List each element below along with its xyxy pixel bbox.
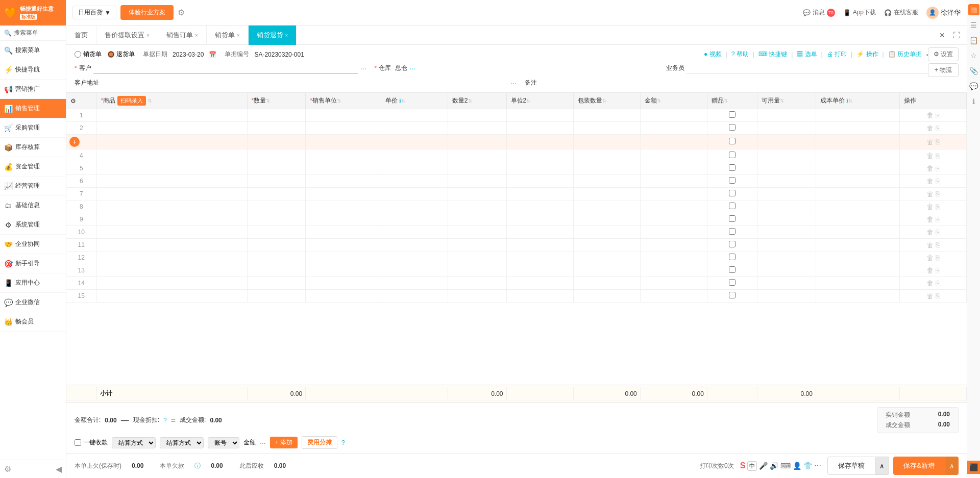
unit2-sort-icon[interactable]: ⇅ bbox=[526, 98, 530, 104]
shortcut-link[interactable]: ⌨ 快捷键 bbox=[758, 50, 787, 59]
delete-row-btn-2[interactable]: 🗑 bbox=[926, 124, 934, 132]
sidebar-item-enterprise[interactable]: 🤝企业协同 bbox=[0, 235, 66, 254]
row-price-10[interactable] bbox=[381, 226, 448, 239]
calendar-icon[interactable]: 📅 bbox=[209, 51, 216, 58]
row-packqty-10[interactable] bbox=[573, 226, 640, 239]
row-gift-2[interactable] bbox=[707, 122, 757, 135]
row-packqty-1[interactable] bbox=[573, 109, 640, 122]
row-product-11[interactable] bbox=[96, 239, 247, 251]
select-link[interactable]: ☰ 选单 bbox=[797, 50, 817, 59]
sidebar-item-marketing[interactable]: 📢营销推广 bbox=[0, 80, 66, 99]
row-amount-10[interactable] bbox=[640, 226, 707, 239]
row-avail-12[interactable] bbox=[757, 251, 816, 264]
close-tab-icon[interactable]: ✕ bbox=[936, 29, 948, 41]
row-product-9[interactable] bbox=[96, 213, 247, 226]
row-unit-2[interactable] bbox=[306, 122, 381, 135]
row-price-2[interactable] bbox=[381, 122, 448, 135]
copy-row-btn-9[interactable]: ⎘ bbox=[936, 215, 940, 223]
row-qty2-7[interactable] bbox=[448, 188, 506, 200]
row-product-15[interactable] bbox=[96, 290, 247, 303]
copy-row-btn-4[interactable]: ⎘ bbox=[936, 152, 940, 160]
module-selector[interactable]: 日用百货 ▼ bbox=[72, 6, 116, 19]
th-settings[interactable]: ⚙ bbox=[66, 93, 96, 109]
voice-icon[interactable]: 🔊 bbox=[770, 462, 778, 470]
copy-row-btn-2[interactable]: ⎘ bbox=[936, 124, 940, 132]
gift-checkbox-15[interactable] bbox=[729, 292, 736, 298]
row-packqty-5[interactable] bbox=[573, 162, 640, 175]
row-qty2-4[interactable] bbox=[448, 149, 506, 162]
collapse-icon[interactable]: ◀ bbox=[56, 464, 62, 474]
row-unit2-6[interactable] bbox=[506, 175, 573, 188]
row-amount-14[interactable] bbox=[640, 277, 707, 290]
row-unit2-5[interactable] bbox=[506, 162, 573, 175]
row-price-12[interactable] bbox=[381, 251, 448, 264]
row-amount-12[interactable] bbox=[640, 251, 707, 264]
row-cost-7[interactable] bbox=[816, 188, 899, 200]
row-amount-15[interactable] bbox=[640, 290, 707, 303]
row-packqty-13[interactable] bbox=[573, 264, 640, 277]
row-amount-7[interactable] bbox=[640, 188, 707, 200]
row-qty-8[interactable] bbox=[247, 200, 306, 213]
row-qty2-1[interactable] bbox=[448, 109, 506, 122]
row-avail-8[interactable] bbox=[757, 200, 816, 213]
right-panel-orange-icon[interactable]: ⬛ bbox=[967, 461, 981, 474]
row-unit2-1[interactable] bbox=[506, 109, 573, 122]
delete-row-btn-12[interactable]: 🗑 bbox=[926, 254, 934, 262]
right-panel-doc-icon[interactable]: 📋 bbox=[968, 35, 979, 46]
row-qty-3[interactable] bbox=[247, 135, 306, 149]
row-avail-6[interactable] bbox=[757, 175, 816, 188]
row-unit2-2[interactable] bbox=[506, 122, 573, 135]
row-cost-15[interactable] bbox=[816, 290, 899, 303]
gift-checkbox-10[interactable] bbox=[729, 228, 736, 235]
copy-row-btn-3[interactable]: ⎘ bbox=[936, 138, 940, 146]
row-cost-13[interactable] bbox=[816, 264, 899, 277]
right-panel-star-icon[interactable]: ☆ bbox=[968, 50, 979, 61]
row-cost-3[interactable] bbox=[816, 135, 899, 149]
address-select-icon[interactable]: ··· bbox=[510, 79, 517, 87]
sidebar-item-finance[interactable]: 💰资金管理 bbox=[0, 157, 66, 177]
more-icons[interactable]: ⋯ bbox=[814, 462, 821, 470]
row-qty-13[interactable] bbox=[247, 264, 306, 277]
history-link[interactable]: 📋 历史单据 bbox=[888, 50, 922, 59]
gift-checkbox-9[interactable] bbox=[729, 215, 736, 222]
person-icon[interactable]: 👤 bbox=[793, 462, 801, 470]
row-price-4[interactable] bbox=[381, 149, 448, 162]
row-avail-7[interactable] bbox=[757, 188, 816, 200]
row-unit2-8[interactable] bbox=[506, 200, 573, 213]
row-cost-12[interactable] bbox=[816, 251, 899, 264]
row-avail-1[interactable] bbox=[757, 109, 816, 122]
row-product-10[interactable] bbox=[96, 226, 247, 239]
row-qty2-11[interactable] bbox=[448, 239, 506, 251]
row-price-13[interactable] bbox=[381, 264, 448, 277]
price-sort-icon[interactable]: ⇅ bbox=[401, 98, 405, 104]
row-product-3[interactable] bbox=[96, 135, 247, 149]
row-gift-15[interactable] bbox=[707, 290, 757, 303]
row-gift-14[interactable] bbox=[707, 277, 757, 290]
row-amount-3[interactable] bbox=[640, 135, 707, 149]
row-qty-9[interactable] bbox=[247, 213, 306, 226]
row-unit2-14[interactable] bbox=[506, 277, 573, 290]
row-price-9[interactable] bbox=[381, 213, 448, 226]
row-avail-15[interactable] bbox=[757, 290, 816, 303]
row-cost-11[interactable] bbox=[816, 239, 899, 251]
gift-checkbox-14[interactable] bbox=[729, 279, 736, 286]
row-unit-4[interactable] bbox=[306, 149, 381, 162]
cost-sort-icon[interactable]: ⇅ bbox=[848, 98, 852, 104]
fees-btn[interactable]: 费用分摊 bbox=[302, 436, 337, 449]
row-amount-6[interactable] bbox=[640, 175, 707, 188]
delete-row-btn-15[interactable]: 🗑 bbox=[926, 292, 934, 300]
row-gift-10[interactable] bbox=[707, 226, 757, 239]
delete-row-btn-1[interactable]: 🗑 bbox=[926, 111, 934, 119]
sidebar-item-apps[interactable]: 📱应用中心 bbox=[0, 273, 66, 293]
row-gift-13[interactable] bbox=[707, 264, 757, 277]
row-qty2-9[interactable] bbox=[448, 213, 506, 226]
sidebar-item-inventory[interactable]: 📦库存核算 bbox=[0, 138, 66, 157]
delete-row-btn-7[interactable]: 🗑 bbox=[926, 190, 934, 198]
copy-row-btn-1[interactable]: ⎘ bbox=[936, 111, 940, 119]
owing-info-icon[interactable]: ⓘ bbox=[194, 462, 201, 470]
add-payment-btn[interactable]: + 添加 bbox=[270, 437, 298, 448]
sidebar-item-purchase[interactable]: 🛒采购管理 bbox=[0, 118, 66, 138]
row-cost-8[interactable] bbox=[816, 200, 899, 213]
row-unit2-4[interactable] bbox=[506, 149, 573, 162]
account-dots[interactable]: ··· bbox=[260, 439, 266, 447]
